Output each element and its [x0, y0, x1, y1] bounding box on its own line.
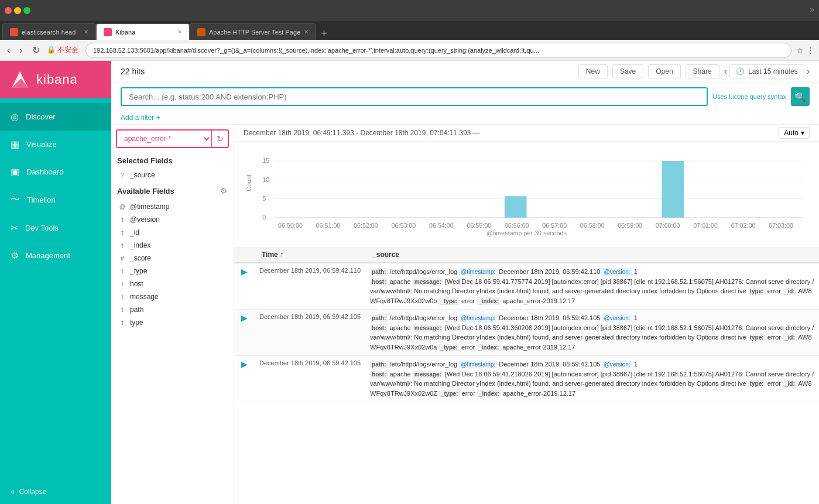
tab-title: Apache HTTP Server Test Page: [209, 29, 300, 36]
back-button[interactable]: ‹: [5, 44, 12, 57]
x-label-4: 06:54:00: [429, 222, 454, 229]
add-filter-button[interactable]: Add a filter +: [121, 114, 160, 122]
available-fields-header: Available Fields ⚙: [111, 181, 234, 200]
fields-panel: apache_error-* ↻ Selected Fields ? _sour…: [111, 125, 234, 504]
hits-count: 22 hits: [121, 67, 145, 76]
field-item-path[interactable]: t path: [116, 303, 229, 316]
field-item-score[interactable]: # _score: [116, 252, 229, 265]
x-label-10: 07:00:00: [656, 222, 680, 229]
open-button[interactable]: Open: [648, 64, 680, 78]
field-name: @timestamp: [130, 203, 227, 211]
expand-button[interactable]: ▶: [239, 313, 250, 323]
field-item-timestamp[interactable]: @ @timestamp: [116, 200, 229, 213]
field-name: @version: [130, 215, 227, 224]
tab-close-icon[interactable]: ✕: [304, 29, 309, 35]
results-table-container[interactable]: Time ↑ _source ▶ December 18th 2019, 06:…: [234, 247, 819, 504]
sidebar-item-dashboard[interactable]: ▣ Dashboard: [0, 158, 111, 186]
app-container: kibana ◎ Discover ▦ Visualize ▣ Dashboar…: [0, 61, 819, 504]
search-submit-button[interactable]: 🔍: [791, 87, 810, 106]
top-actions: New Save Open Share ‹ 🕐 Last 15 minutes …: [578, 64, 810, 78]
index-selector: apache_error-* ↻: [116, 129, 229, 148]
tab-close-icon[interactable]: ✕: [84, 29, 88, 35]
x-label-6: 06:56:00: [505, 222, 529, 229]
histogram-bar-2[interactable]: [662, 161, 684, 218]
bookmark-button[interactable]: ☆: [796, 46, 804, 55]
expand-button[interactable]: ▶: [239, 267, 250, 276]
expand-cell: ▶: [234, 356, 255, 402]
tab-kibana[interactable]: Kibana ✕: [96, 23, 190, 40]
histogram-bar-1[interactable]: [505, 196, 527, 218]
fields-gear-button[interactable]: ⚙: [220, 186, 228, 196]
logo-text: kibana: [36, 72, 78, 87]
visualize-icon: ▦: [11, 139, 19, 150]
minimize-button[interactable]: [14, 7, 21, 14]
index-refresh-button[interactable]: ↻: [211, 131, 228, 147]
version-label: @version:: [602, 314, 632, 322]
index-value: apache_error-2019.12.17: [502, 297, 575, 304]
y-axis-label-10: 10: [262, 176, 269, 183]
field-item-host[interactable]: t host: [116, 277, 229, 290]
field-type: @: [118, 204, 126, 210]
dashboard-icon: ▣: [11, 166, 19, 177]
tab-close-icon[interactable]: ✕: [177, 29, 182, 35]
close-button[interactable]: [5, 7, 12, 14]
table-row: ▶ December 18th 2019, 06:59:42.110 path:…: [234, 263, 819, 310]
sidebar-nav: ◎ Discover ▦ Visualize ▣ Dashboard 〜 Tim…: [0, 103, 111, 269]
sidebar-item-timelion[interactable]: 〜 Timelion: [0, 186, 111, 214]
type-value: error: [767, 287, 783, 294]
index-label: _index:: [477, 344, 501, 351]
time-range-text: December 18th 2019, 06:49:11.393 - Decem…: [244, 129, 480, 137]
new-tab-button[interactable]: +: [316, 28, 332, 40]
auto-select[interactable]: Auto ▾: [779, 127, 810, 139]
host-value: apache: [390, 278, 413, 285]
index-select[interactable]: apache_error-*: [117, 131, 211, 146]
host-label: host:: [370, 278, 388, 286]
field-item-id[interactable]: t _id: [116, 226, 229, 239]
new-button[interactable]: New: [578, 64, 608, 78]
url-input[interactable]: [85, 43, 791, 58]
field-item-source[interactable]: ? _source: [116, 169, 229, 181]
timestamp-label: @timestamp:: [459, 314, 497, 322]
expand-button[interactable]: ▶: [239, 359, 250, 369]
message-label: message:: [413, 371, 443, 378]
time-nav-next[interactable]: ›: [807, 66, 810, 77]
time-nav-prev[interactable]: ‹: [724, 66, 727, 77]
tab-favicon: [104, 28, 112, 36]
field-item-type[interactable]: t _type: [116, 265, 229, 277]
maximize-button[interactable]: [23, 7, 30, 14]
security-warning: 🔒 不安全: [47, 45, 78, 55]
sidebar-item-visualize[interactable]: ▦ Visualize: [0, 131, 111, 158]
tab-apache[interactable]: Apache HTTP Server Test Page ✕: [190, 23, 316, 40]
forward-button[interactable]: ›: [17, 44, 25, 57]
sidebar-item-devtools[interactable]: ✂ Dev Tools: [0, 214, 111, 242]
col-header-time[interactable]: Time ↑: [255, 247, 365, 263]
time-cell: December 18th 2019, 06:59:42.105: [255, 356, 365, 402]
y-axis-label-0: 0: [262, 214, 266, 221]
sidebar-item-discover[interactable]: ◎ Discover: [0, 103, 111, 131]
menu-button[interactable]: ⋮: [806, 46, 814, 55]
tab-title: elasticsearch-head: [22, 29, 80, 36]
time-display[interactable]: 🕐 Last 15 minutes: [729, 64, 804, 78]
field-item-version[interactable]: t @version: [116, 213, 229, 226]
expand-cell: ▶: [234, 310, 255, 356]
main-content: 22 hits New Save Open Share ‹ 🕐 Last 15 …: [111, 61, 819, 504]
field-item-type2[interactable]: t type: [116, 316, 229, 329]
expand-cell: ▶: [234, 263, 255, 310]
share-button[interactable]: Share: [686, 64, 719, 78]
refresh-button[interactable]: ↻: [30, 43, 42, 57]
search-input[interactable]: [121, 87, 708, 106]
sidebar-item-management[interactable]: ⚙ Management: [0, 242, 111, 269]
field-item-index[interactable]: t _index: [116, 239, 229, 252]
save-button[interactable]: Save: [612, 64, 643, 78]
field-item-message[interactable]: t message: [116, 290, 229, 303]
col-header-expand: [234, 247, 255, 263]
sidebar-collapse[interactable]: « Collapse: [0, 479, 111, 504]
time-cell: December 18th 2019, 06:59:42.110: [255, 263, 365, 310]
col-header-source[interactable]: _source: [365, 247, 819, 263]
field-name: host: [130, 280, 227, 288]
tab-favicon: [10, 28, 18, 36]
type-value: error: [767, 380, 783, 387]
tab-elasticsearch-head[interactable]: elasticsearch-head ✕: [2, 23, 96, 40]
window-controls: [5, 7, 30, 14]
host-value: apache: [390, 324, 413, 331]
